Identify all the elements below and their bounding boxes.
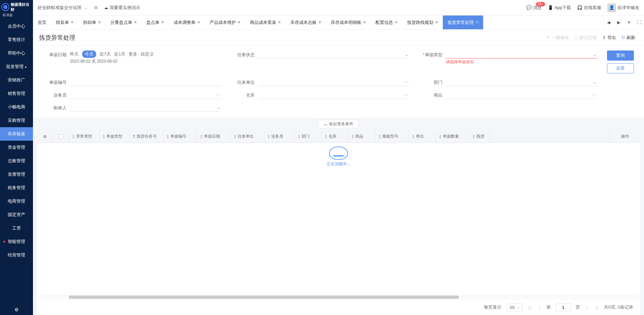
column-settings[interactable]: ⚙	[37, 130, 53, 143]
close-icon[interactable]: ✕	[161, 20, 164, 25]
close-icon[interactable]: ✕	[238, 20, 241, 25]
column-header[interactable]: ▲▼商品	[349, 130, 375, 143]
close-icon[interactable]: ✕	[134, 20, 137, 25]
tab[interactable]: 首页	[33, 15, 51, 29]
messages-button[interactable]: 💬 消息 99+	[526, 5, 542, 11]
column-header[interactable]: ▲▼异常类型	[69, 130, 100, 143]
column-header[interactable]: ▲▼业务员	[264, 130, 295, 143]
dept-select[interactable]	[446, 78, 597, 86]
export-button[interactable]: ⇪ 导出	[600, 33, 619, 42]
date-option[interactable]: 近1月	[114, 51, 125, 57]
column-header[interactable]: ▲▼往来单位	[231, 130, 264, 143]
sidebar-item[interactable]: 固定资产	[0, 208, 33, 221]
tab[interactable]: 拣货路线规划✕	[402, 15, 443, 29]
close-icon[interactable]: ✕	[395, 20, 398, 25]
first-page[interactable]: |⟨	[527, 305, 533, 310]
task-status-select[interactable]	[258, 50, 409, 59]
tab[interactable]: 拣货异常处理✕	[443, 15, 483, 29]
doc-no-input[interactable]	[70, 78, 221, 86]
sidebar-item[interactable]: 经营管理	[0, 248, 33, 262]
close-icon[interactable]: ✕	[98, 20, 101, 25]
warehouse-input[interactable]	[258, 91, 409, 99]
settings-button[interactable]: 设置	[607, 63, 634, 73]
gear-icon[interactable]: ⚙	[94, 5, 98, 10]
more-icon[interactable]: ⋯	[404, 80, 408, 84]
chevron-down-icon[interactable]: ⌄	[593, 52, 596, 57]
tab[interactable]: 盘点单✕	[142, 15, 169, 29]
sidebar-item[interactable]: 采购管理	[0, 114, 33, 127]
tab[interactable]: 组装单✕	[51, 15, 78, 29]
partner-input[interactable]	[258, 78, 409, 86]
query-button[interactable]: 查询	[607, 50, 634, 61]
tab[interactable]: 产品成本维护✕	[205, 15, 245, 29]
app-selector[interactable]: 好业财标准版交付试用 ⌄	[38, 5, 88, 11]
tab[interactable]: 商品成本重算✕	[245, 15, 286, 29]
sidebar-item[interactable]: 零售统计	[0, 33, 33, 46]
sidebar-item[interactable]: 小畅电商	[0, 100, 33, 114]
close-icon[interactable]: ✕	[71, 20, 74, 25]
close-icon[interactable]: ✕	[435, 20, 438, 25]
sidebar-item[interactable]: 智能管理	[0, 235, 33, 248]
date-option[interactable]: 自定义	[141, 51, 154, 57]
demo-link[interactable]: ☁ 我要看实例演示	[104, 5, 140, 11]
sidebar-item[interactable]: 工资	[0, 221, 33, 235]
close-icon[interactable]: ✕	[363, 20, 366, 25]
tab[interactable]: 库存成本总账✕	[286, 15, 326, 29]
chevron-down-icon[interactable]: ⌄	[405, 52, 408, 57]
salesman-input[interactable]	[70, 91, 221, 99]
column-header[interactable]: ▲▼拣货	[470, 130, 490, 143]
column-header[interactable]: ▲▼拣货任务号	[130, 130, 164, 143]
sidebar-item[interactable]: 会员中心	[0, 20, 33, 33]
more-icon[interactable]: ⋯	[216, 93, 220, 97]
chevron-down-icon[interactable]: ⌄	[593, 80, 596, 84]
tab[interactable]: 拆卸单✕	[78, 15, 106, 29]
more-icon[interactable]: ⋯	[592, 93, 596, 97]
date-option[interactable]: 昨天	[70, 51, 79, 57]
mark-known-button[interactable]: ◻ 标记已知	[572, 33, 600, 42]
creator-select[interactable]	[70, 104, 221, 112]
tab[interactable]: 配置信息✕	[371, 15, 402, 29]
tab-close-all[interactable]: ✕	[624, 15, 634, 29]
sidebar-item[interactable]: 总账管理	[0, 154, 33, 168]
column-header[interactable]: ▲▼仓库	[322, 130, 349, 143]
page-size-select[interactable]: 50	[506, 304, 522, 311]
sidebar-item[interactable]: 营销推广	[0, 73, 33, 87]
settings-icon[interactable]: ⚙	[14, 307, 19, 312]
column-header[interactable]: ▲▼单据类型	[100, 130, 130, 143]
close-icon[interactable]: ✕	[475, 20, 478, 25]
tab-prev[interactable]: ◀	[604, 15, 614, 29]
user-menu[interactable]: 👤 徐泽华修改	[607, 3, 639, 12]
doc-type-select[interactable]	[446, 50, 597, 59]
refresh-button[interactable]: ↻ 刷新	[619, 33, 638, 42]
date-option[interactable]: 更多	[129, 51, 137, 57]
close-icon[interactable]: ✕	[318, 20, 321, 25]
close-icon[interactable]: ✕	[197, 20, 200, 25]
scrollbar-thumb[interactable]	[69, 295, 459, 299]
column-header[interactable]: ▲▼单据日期	[197, 130, 231, 143]
sidebar-item[interactable]: 发票管理	[0, 168, 33, 181]
tab[interactable]: 成本调整单✕	[169, 15, 205, 29]
sidebar-item[interactable]: 电商管理	[0, 195, 33, 208]
tab[interactable]: 库存成本明细账✕	[326, 15, 371, 29]
column-header[interactable]: ▲▼单据数量	[436, 130, 470, 143]
more-icon[interactable]: ⋯	[404, 93, 408, 97]
sidebar-item[interactable]: 销售管理	[0, 87, 33, 100]
next-page[interactable]: ⟩	[585, 305, 589, 310]
tab[interactable]: 分量盘点单✕	[106, 15, 142, 29]
column-header[interactable]: ▲▼规格型号	[375, 130, 409, 143]
page-input[interactable]	[556, 304, 571, 311]
collapse-button[interactable]: ︽ 收起更多条件	[319, 120, 358, 128]
tab-fullscreen[interactable]: ⛶	[634, 15, 644, 29]
sidebar-item[interactable]: 库存核算	[0, 127, 33, 141]
date-option[interactable]: 近7天	[100, 51, 111, 57]
select-all[interactable]	[53, 130, 69, 143]
sidebar-item[interactable]: 批发管理	[0, 60, 33, 73]
column-header[interactable]: ▲▼单位	[409, 130, 436, 143]
column-header[interactable]: ▲▼部门	[295, 130, 322, 143]
column-header[interactable]: ▲▼单据编号	[164, 130, 197, 143]
one-click-edit-button[interactable]: ✎ 一键修改	[544, 33, 572, 42]
sidebar-item[interactable]: 税务管理	[0, 181, 33, 195]
horizontal-scrollbar[interactable]	[38, 295, 639, 300]
chevron-down-icon[interactable]: ⌄	[217, 105, 220, 110]
tab-next[interactable]: ▶	[614, 15, 624, 29]
